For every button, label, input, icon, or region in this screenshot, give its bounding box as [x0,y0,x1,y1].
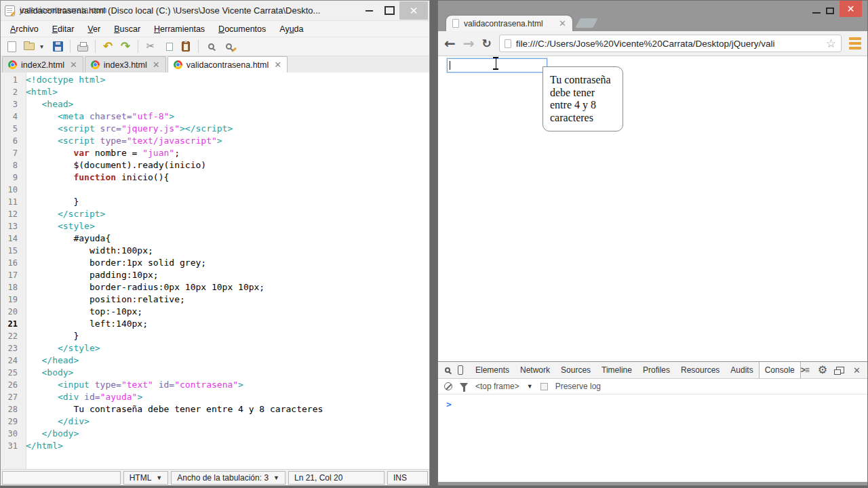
browser-tab-label: validacontrasena.html [464,19,554,28]
find-replace-button[interactable] [222,40,235,54]
devtools-tab-profiles[interactable]: Profiles [637,362,675,378]
code-line[interactable]: 23 </style> [1,342,429,354]
code-line-text: <style> [22,220,95,232]
devtools-tab-elements[interactable]: Elements [470,362,515,378]
new-document-button[interactable] [5,40,18,54]
code-line[interactable]: 14 #ayuda{ [1,232,429,245]
code-line[interactable]: 16 border:1px solid grey; [1,257,429,269]
preserve-log-checkbox[interactable] [540,383,548,390]
reload-button[interactable]: ↻ [482,38,492,49]
code-line[interactable]: 5 <script src="jquery.js"></script> [1,123,429,135]
cut-button[interactable]: ✂ [144,40,157,54]
code-line[interactable]: 12 </script> [1,208,429,220]
code-line[interactable]: 3 <head> [1,98,429,110]
chrome-menu-button[interactable] [849,37,861,50]
open-file-button[interactable] [22,40,36,54]
devtools-tab-console[interactable]: Console [759,362,801,378]
tab-close-icon[interactable]: ✕ [70,60,77,70]
undo-button[interactable]: ↶ [101,40,115,54]
close-button[interactable]: ✕ [399,1,428,20]
frame-selector[interactable]: <top frame> [475,382,519,391]
menu-archivo[interactable]: Archivo [3,22,45,36]
code-line[interactable]: 22 } [1,330,429,342]
code-line-text: <div id="ayuda"> [22,391,142,403]
code-line[interactable]: 21 left:140px; [1,318,429,330]
paste-button[interactable] [179,40,193,54]
code-line[interactable]: 8 $(document).ready(inicio) [1,159,429,171]
code-line[interactable]: 24 </head> [1,354,429,367]
close-button[interactable]: ✕ [840,1,862,17]
code-line-text: width:100px; [22,245,153,257]
code-line[interactable]: 2<html> [1,86,429,98]
new-tab-button[interactable] [575,18,597,28]
tab-close-icon[interactable]: ✕ [153,60,160,70]
code-line[interactable]: 30 </body> [1,428,429,440]
code-line[interactable]: 17 padding:10px; [1,269,429,281]
menu-ayuda[interactable]: Ayuda [273,22,310,36]
back-button[interactable]: ← [444,37,456,50]
inspect-search-icon[interactable] [445,367,450,373]
code-line[interactable]: 11 } [1,196,429,208]
address-bar[interactable]: file:///C:/Users/Jose%20Vicente%20Carrat… [499,35,842,52]
redo-button[interactable]: ↷ [119,40,132,54]
console-output[interactable]: > [438,394,867,482]
code-line[interactable]: 1<!doctype html> [1,74,429,86]
gear-icon[interactable]: ⚙ [818,365,827,375]
editor-tab-index2.html[interactable]: index2.html✕ [2,56,83,73]
clear-console-icon[interactable] [444,382,452,390]
language-select[interactable]: HTML ▼ [123,471,169,485]
code-line[interactable]: 7 var nombre = "juan"; [1,147,429,159]
code-line[interactable]: 26 <input type="text" id="contrasena"> [1,379,429,391]
devtools-tab-audits[interactable]: Audits [725,362,758,378]
bookmark-star-icon[interactable]: ☆ [826,37,836,50]
maximize-button[interactable] [379,2,399,20]
find-button[interactable] [204,40,218,54]
code-line[interactable]: 9 function inicio(){ [1,171,429,184]
browser-tab[interactable]: validacontrasena.html ✕ [446,16,572,31]
device-mode-icon[interactable] [458,365,463,375]
code-area[interactable]: 1<!doctype html>2<html>3 <head>4 <meta c… [1,73,429,469]
menu-herramientas[interactable]: Herramientas [147,22,212,36]
menu-editar[interactable]: Editar [45,22,81,36]
devtools-tab-timeline[interactable]: Timeline [596,362,637,378]
editor-tab-index3.html[interactable]: index3.html✕ [85,56,166,73]
menu-buscar[interactable]: Buscar [107,22,147,36]
insert-mode-indicator: INS [387,471,428,485]
print-button[interactable] [76,40,90,54]
code-line[interactable]: 25 <body> [1,367,429,379]
code-line[interactable]: 19 position:relative; [1,293,429,306]
tab-close-icon[interactable]: ✕ [274,60,281,70]
filter-icon[interactable] [460,383,468,388]
code-line[interactable]: 4 <meta charset="utf-8"> [1,110,429,123]
code-line[interactable]: 29 </div> [1,415,429,428]
editor-tab-validacontrasena.html[interactable]: validacontrasena.html✕ [167,56,288,73]
code-line[interactable]: 15 width:100px; [1,245,429,257]
devtools-tab-sources[interactable]: Sources [555,362,596,378]
code-line[interactable]: 27 <div id="ayuda"> [1,391,429,403]
devtools-tab-resources[interactable]: Resources [675,362,725,378]
copy-button[interactable] [161,40,175,54]
menu-ver[interactable]: Ver [81,22,107,36]
code-line[interactable]: 18 border-radius:0px 10px 10px 10px; [1,281,429,293]
code-line[interactable]: 28 Tu contraseña debe tener entre 4 y 8 … [1,403,429,415]
code-line[interactable]: 20 top:-10px; [1,306,429,318]
code-line-text: </head> [22,354,79,367]
menu-documentos[interactable]: Documentos [212,22,273,36]
code-line[interactable]: 6 <script type="text/javascript"> [1,135,429,147]
devtools-close-icon[interactable]: ✕ [853,365,861,375]
dock-side-icon[interactable] [836,367,844,373]
open-dropdown-icon[interactable]: ▾ [40,43,47,50]
code-line[interactable]: 31</html> [1,440,429,452]
chevron-down-icon[interactable]: ▼ [527,383,533,390]
tab-close-icon[interactable]: ✕ [559,18,566,28]
devtools-tab-network[interactable]: Network [515,362,555,378]
minimize-button[interactable] [812,12,821,14]
maximize-button[interactable] [826,7,834,14]
tab-width-select[interactable]: Ancho de la tabulación: 3 ▼ [171,471,285,485]
console-drawer-icon[interactable]: >≡ [801,365,809,375]
minimize-button[interactable] [359,2,379,20]
save-button[interactable] [51,40,64,54]
code-line[interactable]: 13 <style> [1,220,429,232]
code-line[interactable]: 10 [1,184,429,196]
forward-button: → [463,37,475,50]
